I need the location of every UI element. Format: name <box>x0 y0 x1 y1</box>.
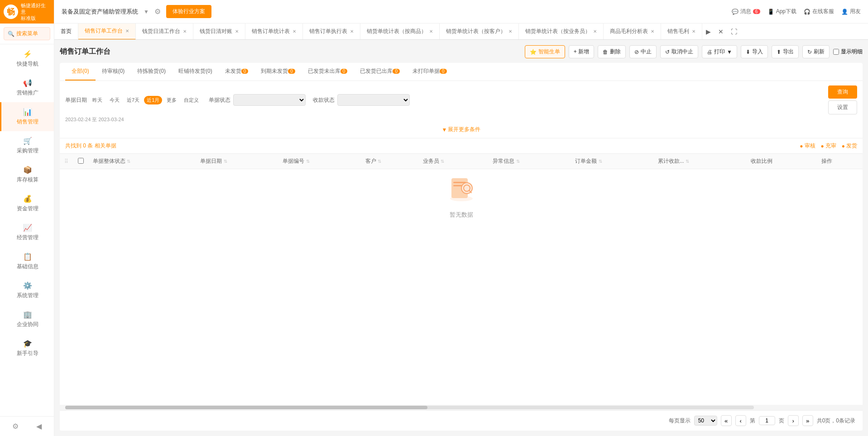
refresh-btn[interactable]: ↻ 刷新 <box>802 45 830 58</box>
date-btn-last1m[interactable]: 近1月 <box>144 96 162 104</box>
review-action-btn[interactable]: ● 审核 <box>800 142 815 150</box>
tab-close-all-btn[interactable]: ✕ <box>715 24 727 40</box>
sidebar-item-quick-nav[interactable]: ⚡ 快捷导航 <box>0 44 54 73</box>
sidebar-item-guide[interactable]: 🎓 新手引导 <box>0 334 54 363</box>
table-scroll-area[interactable]: ⠿ 单据整体状态 ⇅ 单据日期 ⇅ <box>60 154 863 405</box>
th-status[interactable]: 单据整体状态 ⇅ <box>88 154 196 169</box>
prev-page-btn[interactable]: ‹ <box>735 415 746 426</box>
filter-tab-overdue[interactable]: 到期未发货0 <box>254 63 302 81</box>
tab-sales-summary-customer[interactable]: 销货单统计表（按客户） ✕ <box>440 24 519 40</box>
smart-btn[interactable]: ⭐ 智能生单 <box>525 45 565 58</box>
date-btn-more[interactable]: 更多 <box>164 96 179 104</box>
date-btn-last7[interactable]: 近7天 <box>124 96 142 104</box>
filter-tab-not-printed[interactable]: 未打印单据0 <box>406 63 453 81</box>
import-btn[interactable]: ⬇ 导入 <box>741 45 768 58</box>
print-btn[interactable]: 🖨 打印 ▼ <box>702 45 737 58</box>
th-date[interactable]: 单据日期 ⇅ <box>196 154 278 169</box>
sidebar-item-operation[interactable]: 📈 经营管理 <box>0 218 54 247</box>
th-checkbox[interactable] <box>73 154 88 169</box>
first-page-btn[interactable]: « <box>721 415 732 426</box>
sidebar-collapse-btn[interactable]: ◀ <box>36 422 42 431</box>
tab-sales-stats[interactable]: 销售订单统计表 ✕ <box>245 24 303 40</box>
filter-tab-delivered-not-out[interactable]: 已发货未出库0 <box>302 63 354 81</box>
tab-close-margin-analysis[interactable]: ✕ <box>651 29 654 34</box>
sidebar-item-system[interactable]: ⚙️ 系统管理 <box>0 276 54 305</box>
tab-cash-reconcile[interactable]: 钱货日清对账 ✕ <box>193 24 245 40</box>
tab-close-sales-summary-product[interactable]: ✕ <box>429 29 433 34</box>
sidebar-item-marketing[interactable]: 📢 营销推广 <box>0 73 54 102</box>
header-settings-icon[interactable]: ⚙ <box>154 7 161 16</box>
tab-close-sales-summary-staff[interactable]: ✕ <box>593 29 597 34</box>
sidebar-item-basic[interactable]: 📋 基础信息 <box>0 247 54 276</box>
tab-sales-workbench[interactable]: 销售订单工作台 ✕ <box>78 24 136 40</box>
date-btn-custom[interactable]: 自定义 <box>181 96 201 104</box>
svg-rect-3 <box>453 185 462 186</box>
tab-close-cash-reconcile[interactable]: ✕ <box>235 29 239 34</box>
th-customer[interactable]: 客户 ⇅ <box>361 154 418 169</box>
tab-home[interactable]: 首页 <box>54 24 78 40</box>
tab-cash-daily[interactable]: 钱货日清工作台 ✕ <box>136 24 193 40</box>
search-menu-button[interactable]: 🔍 搜索菜单 <box>4 27 50 40</box>
tab-close-sales-execute[interactable]: ✕ <box>350 29 354 34</box>
detail-toggle[interactable]: 显示明细 <box>833 48 863 56</box>
date-btn-yesterday[interactable]: 昨天 <box>90 96 105 104</box>
query-btn[interactable]: 查询 <box>828 85 857 99</box>
online-service-btn[interactable]: 🎧 在线客服 <box>804 8 834 15</box>
date-btn-today[interactable]: 今天 <box>107 96 122 104</box>
filter-tab-wangpu[interactable]: 旺铺待发货(0) <box>172 63 219 81</box>
tab-nav-more-btn[interactable]: ▶ <box>702 24 715 40</box>
message-btn[interactable]: 💬 消息 6 <box>732 8 760 15</box>
trial-btn[interactable]: 体验行业方案 <box>166 5 211 18</box>
th-amount[interactable]: 订单金额 ⇅ <box>571 154 653 169</box>
tab-close-sales-workbench[interactable]: ✕ <box>125 28 129 33</box>
system-title: 装备及固定资产辅助管理系统 <box>62 8 138 16</box>
next-page-btn[interactable]: › <box>788 415 799 426</box>
sidebar-settings-btn[interactable]: ⚙ <box>12 422 19 431</box>
sidebar-item-enterprise[interactable]: 🏢 企业协同 <box>0 305 54 334</box>
payment-select[interactable] <box>337 94 410 106</box>
message-icon: 💬 <box>732 9 739 15</box>
tab-sales-profit[interactable]: 销售毛利 ✕ <box>661 24 702 40</box>
tab-close-sales-stats[interactable]: ✕ <box>293 29 296 34</box>
unreview-action-btn[interactable]: ● 充审 <box>821 142 836 150</box>
tab-close-sales-summary-customer[interactable]: ✕ <box>508 29 512 34</box>
scroll-bar-area[interactable] <box>60 405 863 410</box>
user-menu-btn[interactable]: 👤 用友 <box>841 8 861 15</box>
page-size-select[interactable]: 50 100 200 <box>694 416 717 426</box>
stop-btn[interactable]: ⊘ 中止 <box>629 45 657 58</box>
expand-conditions-btn[interactable]: ▼ 展开更多条件 <box>442 126 481 133</box>
tab-sales-execute[interactable]: 销售订单执行表 ✕ <box>303 24 360 40</box>
th-received[interactable]: 累计收款... ⇅ <box>653 154 746 169</box>
tab-sales-summary-product[interactable]: 销货单统计表（按商品） ✕ <box>360 24 440 40</box>
filter-tab-pending-review[interactable]: 待审核(0) <box>96 63 131 81</box>
filter-tab-pending-inspect[interactable]: 待拣验货(0) <box>131 63 172 81</box>
th-staff[interactable]: 业务员 ⇅ <box>418 154 489 169</box>
delete-btn[interactable]: 🗑 删除 <box>598 45 626 58</box>
sidebar-item-purchase[interactable]: 🛒 采购管理 <box>0 131 54 160</box>
tab-sales-summary-staff[interactable]: 销货单统计表（按业务员） ✕ <box>519 24 604 40</box>
deliver-action-btn[interactable]: ● 发货 <box>842 142 857 150</box>
sidebar-item-sales[interactable]: 📊 销售管理 <box>0 102 54 131</box>
filter-tab-not-delivered[interactable]: 未发货0 <box>219 63 255 81</box>
tab-margin-analysis[interactable]: 商品毛利分析表 ✕ <box>604 24 661 40</box>
add-btn[interactable]: + 新增 <box>569 45 594 58</box>
cancel-stop-btn[interactable]: ↺ 取消中止 <box>660 45 698 58</box>
select-all-checkbox[interactable] <box>78 158 84 164</box>
header-dropdown-icon[interactable]: ▼ <box>144 9 149 15</box>
status-select[interactable] <box>233 94 306 106</box>
filter-tab-all[interactable]: 全部(0) <box>65 63 96 81</box>
th-abnormal[interactable]: 异常信息 ⇅ <box>488 154 571 169</box>
sidebar-item-finance[interactable]: 💰 资金管理 <box>0 189 54 218</box>
last-page-btn[interactable]: » <box>802 415 813 426</box>
tab-close-cash-daily[interactable]: ✕ <box>183 29 187 34</box>
th-number[interactable]: 单据编号 ⇅ <box>278 154 360 169</box>
app-download-btn[interactable]: 📱 App下载 <box>767 8 796 15</box>
filter-tab-delivered-out[interactable]: 已发货已出库0 <box>354 63 406 81</box>
page-input[interactable] <box>759 416 775 425</box>
export-btn[interactable]: ⬆ 导出 <box>772 45 799 58</box>
settings-btn[interactable]: 设置 <box>828 100 857 114</box>
tab-restore-btn[interactable]: ⛶ <box>727 24 741 40</box>
sidebar-item-inventory[interactable]: 📦 库存核算 <box>0 160 54 189</box>
detail-checkbox[interactable] <box>833 49 839 55</box>
tab-close-sales-profit[interactable]: ✕ <box>692 29 695 34</box>
